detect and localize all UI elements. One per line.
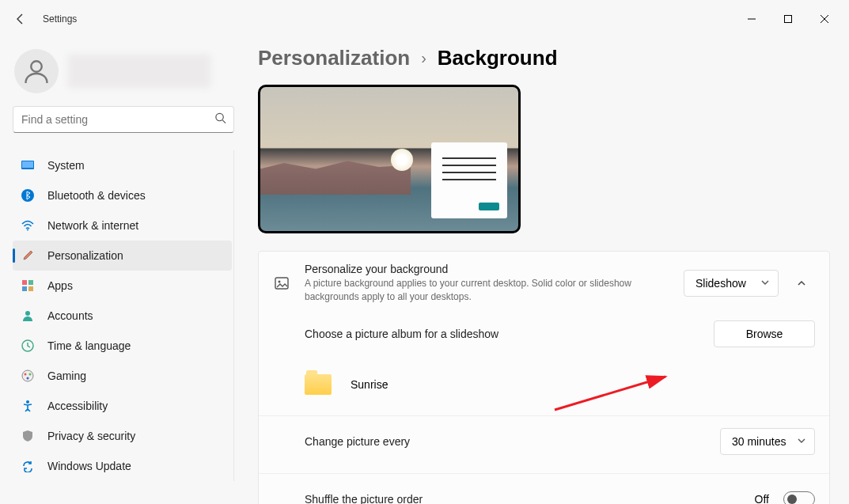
svg-point-18 — [27, 377, 29, 380]
update-icon — [21, 459, 35, 473]
breadcrumb: Personalization › Background — [258, 46, 830, 70]
row-title: Shuffle the picture order — [305, 493, 741, 504]
folder-icon — [305, 374, 332, 395]
accounts-icon — [21, 309, 35, 323]
window-title: Settings — [43, 13, 77, 25]
chevron-down-icon — [797, 435, 806, 448]
search-input[interactable] — [13, 106, 234, 133]
sidebar-item-label: Accessibility — [47, 400, 108, 412]
system-icon — [21, 158, 35, 172]
svg-point-3 — [216, 113, 223, 120]
svg-point-19 — [26, 400, 29, 404]
sidebar-item-label: Personalization — [47, 249, 123, 262]
breadcrumb-current: Background — [438, 46, 558, 70]
accessibility-icon — [21, 399, 35, 413]
background-mode-row: Personalize your background A picture ba… — [259, 252, 829, 316]
user-panel[interactable] — [13, 43, 234, 106]
svg-point-8 — [27, 229, 28, 231]
close-button[interactable] — [806, 6, 843, 32]
album-title: Choose a picture album for a slideshow — [305, 328, 498, 340]
svg-rect-10 — [28, 280, 33, 285]
sidebar-item-label: Windows Update — [47, 460, 131, 472]
clock-icon — [21, 339, 35, 353]
sidebar-item-label: Time & language — [47, 339, 131, 352]
sidebar-item-label: Privacy & security — [47, 430, 135, 442]
avatar — [14, 49, 59, 93]
svg-point-16 — [25, 373, 27, 376]
chevron-right-icon: › — [421, 49, 426, 67]
sidebar-item-bluetooth[interactable]: Bluetooth & devices — [13, 180, 232, 210]
wifi-icon — [21, 218, 35, 233]
bluetooth-icon — [21, 188, 35, 203]
interval-row: Change picture every 30 minutes — [259, 416, 829, 467]
chevron-down-icon — [760, 277, 770, 290]
sidebar-item-apps[interactable]: Apps — [13, 271, 232, 301]
sidebar-item-label: System — [47, 159, 85, 172]
sidebar-item-time[interactable]: Time & language — [13, 331, 232, 361]
svg-rect-6 — [22, 161, 33, 168]
svg-point-2 — [31, 61, 42, 72]
breadcrumb-parent[interactable]: Personalization — [258, 46, 410, 70]
sidebar-item-label: Gaming — [47, 369, 86, 382]
selected-folder[interactable]: Sunrise — [305, 374, 815, 395]
gaming-icon — [21, 369, 35, 383]
sidebar-item-accessibility[interactable]: Accessibility — [13, 391, 232, 421]
sidebar-item-label: Accounts — [47, 309, 93, 322]
shuffle-toggle[interactable] — [783, 491, 815, 504]
svg-point-15 — [22, 370, 33, 381]
svg-point-17 — [29, 373, 32, 376]
toggle-state-label: Off — [755, 493, 769, 504]
maximize-button[interactable] — [770, 6, 806, 32]
svg-point-21 — [279, 281, 281, 283]
sidebar-item-privacy[interactable]: Privacy & security — [13, 421, 232, 451]
user-info-redacted — [68, 55, 210, 88]
sidebar-item-personalization[interactable]: Personalization — [13, 241, 232, 271]
main-content: Personalization › Background Personalize… — [237, 38, 849, 504]
sidebar-item-system[interactable]: System — [13, 150, 232, 180]
interval-dropdown[interactable]: 30 minutes — [720, 428, 815, 455]
background-mode-dropdown[interactable]: Slideshow — [684, 270, 779, 297]
apps-icon — [21, 279, 35, 293]
back-button[interactable] — [6, 5, 35, 33]
preview-window-mock — [431, 142, 507, 218]
row-subtitle: A picture background applies to your cur… — [305, 277, 653, 305]
sidebar-item-label: Bluetooth & devices — [47, 189, 146, 202]
minimize-button[interactable] — [733, 6, 770, 32]
paint-icon — [21, 248, 35, 263]
shield-icon — [21, 429, 35, 443]
collapse-button[interactable] — [788, 270, 815, 297]
sidebar-item-accounts[interactable]: Accounts — [13, 301, 232, 331]
desktop-preview — [258, 85, 521, 233]
dropdown-value: Slideshow — [695, 277, 746, 290]
dropdown-value: 30 minutes — [732, 435, 786, 448]
browse-button[interactable]: Browse — [714, 320, 815, 347]
svg-rect-9 — [22, 280, 27, 285]
svg-rect-12 — [28, 286, 33, 291]
sidebar-item-network[interactable]: Network & internet — [13, 210, 232, 241]
folder-name: Sunrise — [351, 378, 388, 391]
svg-rect-1 — [785, 16, 792, 23]
sidebar-item-update[interactable]: Windows Update — [13, 451, 232, 481]
titlebar: Settings — [0, 0, 849, 38]
search-icon — [214, 112, 226, 127]
sidebar-item-gaming[interactable]: Gaming — [13, 361, 232, 391]
svg-rect-11 — [22, 286, 27, 291]
sidebar-item-label: Network & internet — [47, 219, 138, 232]
picture-icon — [273, 275, 290, 291]
svg-line-4 — [222, 120, 226, 123]
svg-point-13 — [25, 311, 30, 316]
sidebar-item-label: Apps — [47, 279, 73, 292]
sidebar: System Bluetooth & devices Network & int… — [0, 38, 237, 504]
row-title: Change picture every — [305, 435, 706, 448]
row-title: Personalize your background — [305, 263, 669, 275]
shuffle-row: Shuffle the picture order Off — [259, 474, 829, 504]
